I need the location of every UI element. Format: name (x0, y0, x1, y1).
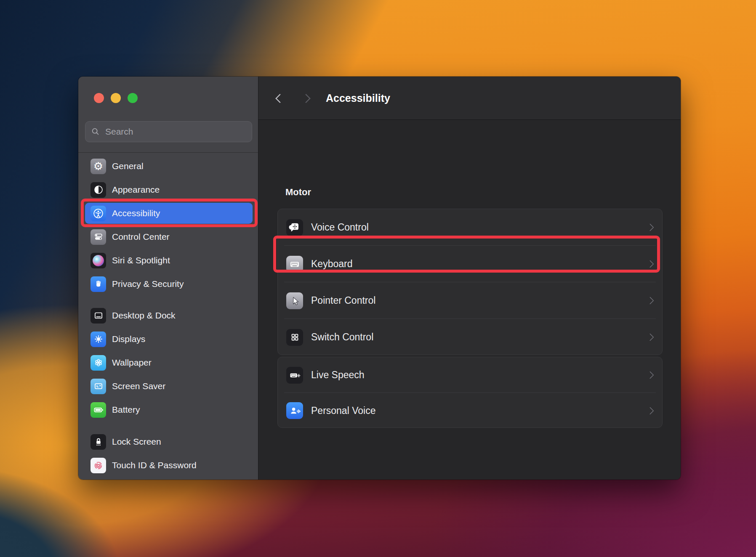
gear-icon: ⚙ (91, 159, 106, 174)
row-pointer-control[interactable]: Pointer Control (278, 282, 662, 319)
desktop-dock-icon (91, 308, 106, 324)
sidebar-item-label: General (112, 161, 144, 171)
displays-sun-icon (91, 332, 106, 347)
row-personal-voice[interactable]: Personal Voice (278, 393, 662, 428)
section-heading-motor: Motor (285, 187, 311, 198)
motor-card: Voice Control (277, 209, 663, 355)
chevron-right-icon (646, 260, 654, 268)
pointer-control-icon (286, 292, 303, 309)
accessibility-icon (91, 206, 106, 221)
chevron-left-icon (275, 94, 285, 103)
sidebar-item-accessibility[interactable]: Accessibility (85, 203, 253, 224)
row-switch-control[interactable]: Switch Control (278, 319, 662, 355)
sidebar-item-label: Wallpaper (112, 358, 152, 368)
zoom-button[interactable] (128, 93, 138, 103)
sidebar-item-wallpaper[interactable]: Wallpaper (85, 352, 253, 373)
sidebar-item-label: Accessibility (112, 208, 160, 218)
sidebar-divider (78, 152, 258, 153)
keyboard-icon (286, 256, 303, 273)
siri-icon (91, 253, 106, 268)
lock-icon (91, 434, 106, 450)
sidebar-item-label: Desktop & Dock (112, 310, 176, 321)
back-button[interactable] (274, 92, 286, 105)
desktop-wallpaper: ⚙ General Appearance (0, 0, 756, 557)
switch-control-icon (286, 329, 303, 346)
touch-id-icon (91, 458, 106, 473)
battery-icon (91, 402, 106, 418)
sidebar-item-privacy-security[interactable]: Privacy & Security (85, 273, 253, 294)
sidebar-item-label: Displays (112, 334, 145, 344)
live-speech-icon (286, 367, 303, 384)
row-label: Personal Voice (311, 405, 647, 416)
row-label: Switch Control (311, 332, 647, 343)
sidebar-item-screen-saver[interactable]: Screen Saver (85, 376, 253, 397)
appearance-icon (91, 182, 106, 198)
system-settings-window: ⚙ General Appearance (78, 77, 681, 480)
voice-control-icon (286, 219, 303, 236)
chevron-right-icon (646, 407, 654, 414)
row-label: Live Speech (311, 369, 647, 381)
row-voice-control[interactable]: Voice Control (278, 209, 662, 246)
sidebar-item-general[interactable]: ⚙ General (85, 156, 253, 177)
sidebar-item-label: Touch ID & Password (112, 460, 197, 470)
sidebar-item-touch-id-password[interactable]: Touch ID & Password (85, 455, 253, 476)
main-pane: Accessibility Motor (258, 77, 681, 480)
main-header: Accessibility (258, 77, 681, 120)
sidebar-item-battery[interactable]: Battery (85, 399, 253, 420)
sidebar-item-control-center[interactable]: Control Center (85, 226, 253, 247)
chevron-right-icon (646, 297, 654, 304)
sidebar-item-label: Control Center (112, 232, 170, 242)
close-button[interactable] (94, 93, 104, 103)
page-title: Accessibility (326, 77, 390, 120)
minimize-button[interactable] (111, 93, 121, 103)
privacy-hand-icon (91, 276, 106, 292)
sidebar-item-displays[interactable]: Displays (85, 329, 253, 350)
wallpaper-flower-icon (91, 355, 106, 371)
row-label: Voice Control (311, 222, 647, 233)
sidebar-item-label: Battery (112, 405, 140, 415)
main-content: Motor Voic (258, 120, 681, 480)
row-label: Pointer Control (311, 295, 647, 306)
row-live-speech[interactable]: Live Speech (278, 357, 662, 393)
sidebar-item-lock-screen[interactable]: Lock Screen (85, 431, 253, 452)
search-icon (91, 127, 100, 136)
screen-saver-icon (91, 379, 106, 394)
sidebar-item-label: Screen Saver (112, 381, 165, 391)
row-keyboard[interactable]: Keyboard (278, 246, 662, 282)
speech-card: Live Speech (277, 357, 663, 428)
chevron-right-icon (646, 371, 654, 379)
search-input[interactable] (104, 126, 232, 137)
control-center-icon (91, 229, 106, 245)
sidebar-item-label: Siri & Spotlight (112, 255, 170, 265)
sidebar-item-siri-spotlight[interactable]: Siri & Spotlight (85, 250, 253, 271)
personal-voice-icon (286, 402, 303, 419)
chevron-right-icon (646, 333, 654, 341)
search-field[interactable] (85, 121, 252, 142)
sidebar-item-appearance[interactable]: Appearance (85, 179, 253, 200)
chevron-right-icon (646, 223, 654, 231)
sidebar-item-label: Appearance (112, 185, 160, 195)
sidebar-item-desktop-dock[interactable]: Desktop & Dock (85, 305, 253, 326)
sidebar-item-label: Lock Screen (112, 437, 161, 447)
forward-button[interactable] (300, 92, 312, 105)
sidebar: ⚙ General Appearance (78, 77, 258, 480)
sidebar-item-label: Privacy & Security (112, 279, 184, 289)
row-label: Keyboard (311, 258, 647, 270)
chevron-right-icon (301, 94, 311, 103)
